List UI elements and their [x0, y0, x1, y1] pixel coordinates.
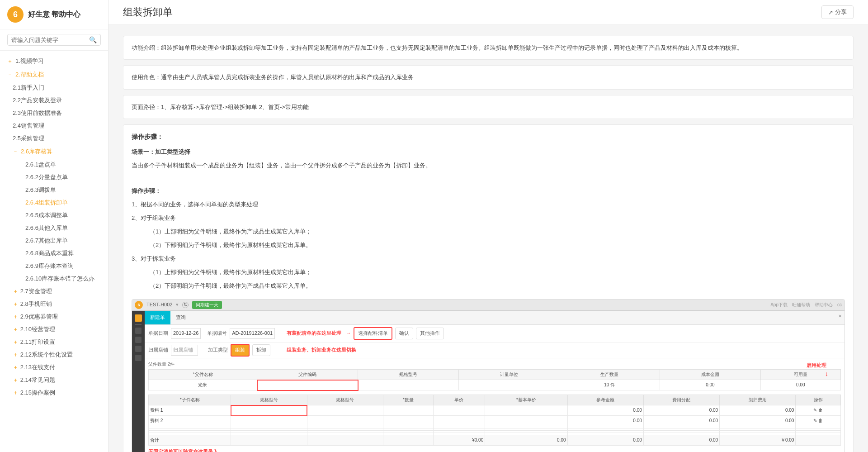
- nav-item-269[interactable]: 2.6.9库存账本查询: [25, 260, 108, 272]
- ss-store-label: 归属店铺: [148, 346, 168, 355]
- nav-item-23-label: 2.3使用前数据准备: [13, 109, 62, 116]
- role-block: 使用角色：通常由生产人员或库管人员完成拆装业务的操作，库管人员确认原材料的出库和…: [123, 65, 854, 89]
- ss-new-btn[interactable]: 同期建一天: [192, 301, 222, 309]
- nav-section-2-label: 2.帮助文档: [15, 71, 44, 79]
- ss-lower-table: *子件名称 规格型号 规格型号 *数量 单价 *基本单价 参考金额 费用分配 划: [148, 395, 841, 446]
- ss-form-wrapper: 单据日期 2019-12-26 单据编号 AD-20191226-001 有装配…: [145, 325, 844, 358]
- nav-item-2610[interactable]: 2.6.10库存账本错了怎么办: [25, 272, 108, 285]
- ss-close-icon[interactable]: ✕: [835, 311, 844, 324]
- nav-item-29[interactable]: ＋ 2.9优惠券管理: [13, 310, 108, 323]
- nav-section-26-label: 2.6库存核算: [21, 147, 52, 156]
- step1: 1、根据不同的业务，选择不同单据的类型来处理: [132, 199, 845, 210]
- nav-item-263[interactable]: 2.6.3调拨单: [25, 184, 108, 196]
- nav-item-211[interactable]: ＋ 2.11打印设置: [13, 336, 108, 348]
- ss-side-icon-1: [135, 314, 142, 322]
- nav-item-214[interactable]: ＋ 2.14常见问题: [13, 374, 108, 386]
- ss-dropdown-icon: ▾: [176, 300, 179, 309]
- ss-type-zhuangzhuang[interactable]: 组装: [231, 344, 250, 357]
- ss-tab-new[interactable]: 新建单: [145, 311, 170, 324]
- nav-item-21[interactable]: 2.1新手入门: [13, 81, 108, 94]
- share-icon: ↗: [828, 9, 833, 16]
- nav-item-262[interactable]: 2.6.2分量盘点单: [25, 171, 108, 184]
- ss-upper-table-wrap: 父件数量 2件 *父件名称 父件编码 规格型号 计量单位 生产数量: [145, 358, 844, 393]
- ss-td-child-qty-1: [383, 405, 433, 416]
- ss-helpcenter-icon: 帮助中心: [815, 301, 833, 309]
- screenshot: 6 TEST-H002 ▾ ↻ 同期建一天 App下载 旺铺帮助 帮助中心 cc: [132, 299, 845, 452]
- nav-item-24[interactable]: 2.4销售管理: [13, 119, 108, 132]
- ss-th-fee-alloc: 费用分配: [643, 395, 719, 405]
- path-block: 页面路径：1、库存核算->库存管理->组装拆卸单 2、首页->常用功能: [123, 95, 854, 119]
- page-title: 组装拆卸单: [123, 5, 173, 19]
- ss-form-row-2: 归属店铺 归属店铺 加工类型 组装 拆卸 组装业务、拆卸业务在这里切换: [145, 343, 844, 358]
- ss-type-chaixie[interactable]: 拆卸: [252, 344, 270, 356]
- ss-th-avail: 可用量: [760, 369, 840, 380]
- nav-item-25[interactable]: 2.5采购管理: [13, 132, 108, 145]
- ss-lower-row-1: 费料 1 0.00 0.00 0.00: [149, 405, 841, 416]
- nav-item-261[interactable]: 2.6.1盘点单: [25, 158, 108, 171]
- nav-item-265[interactable]: 2.6.5成本调整单: [25, 209, 108, 222]
- ss-lower-table-wrap: *子件名称 规格型号 规格型号 *数量 单价 *基本单价 参考金额 费用分配 划: [145, 393, 844, 452]
- content-area: 功能介绍：组装拆卸单用来处理企业组装或拆卸等加工业务，支持有固定装配清单的产品加…: [108, 25, 868, 452]
- search-box: 🔍: [7, 34, 101, 46]
- search-area: 🔍: [0, 29, 108, 51]
- nav-item-28[interactable]: ＋ 2.8手机旺铺: [13, 298, 108, 310]
- ss-confirm-btn[interactable]: 确认: [395, 328, 413, 339]
- nav-section-1[interactable]: ＋ 1.视频学习: [0, 54, 108, 68]
- ss-date-val: 2019-12-26: [171, 328, 201, 339]
- nav-item-210[interactable]: ＋ 2.10经营管理: [13, 323, 108, 336]
- scene-title: 场景一：加工类型选择: [132, 148, 190, 155]
- ss-td-costamt: 0.00: [660, 380, 761, 390]
- main-content: 组装拆卸单 ↗ 分享 功能介绍：组装拆卸单用来处理企业组装或拆卸等加工业务，支持…: [108, 0, 868, 452]
- search-input[interactable]: [11, 37, 89, 43]
- ss-td-code-highlighted: [257, 380, 358, 390]
- ss-body: 新建单 查询 ✕ 单据日期 2019-12-26 单据编号 AD-2019122…: [132, 311, 844, 452]
- ss-annotation-4: 无固定清单可以随意在这里录入: [148, 447, 841, 452]
- ss-td-child-name-1: 费料 1: [149, 405, 231, 416]
- minus-icon-26: －: [13, 148, 18, 156]
- ss-test-id: TEST-H002: [146, 300, 172, 309]
- ss-th-child-spec: 规格型号: [231, 395, 307, 405]
- ss-td-child-spec-1-highlighted: [231, 405, 307, 416]
- ss-side-icon-5: [135, 355, 142, 361]
- ss-side-div: [135, 324, 142, 325]
- ops-title: 操作步骤：: [132, 131, 845, 143]
- ss-th-ref-amt: 参考金额: [567, 395, 643, 405]
- nav-item-27[interactable]: ＋ 2.7资金管理: [13, 285, 108, 298]
- nav-section-26[interactable]: － 2.6库存核算: [13, 145, 108, 158]
- search-button[interactable]: 🔍: [89, 36, 97, 43]
- share-button[interactable]: ↗ 分享: [821, 5, 854, 19]
- plus-icon-27: ＋: [13, 288, 19, 295]
- ss-td-ref-2: 0.00: [567, 416, 643, 426]
- nav-subsub-26: 2.6.1盘点单 2.6.2分量盘点单 2.6.3调拨单 2.6.4组装拆卸单 …: [13, 158, 108, 285]
- step3-2: （2）下部明细为子件明细，最终作为产成品生成某它入库单。: [150, 280, 845, 292]
- nav-item-23[interactable]: 2.3使用前数据准备: [13, 107, 108, 119]
- intro-block: 功能介绍：组装拆卸单用来处理企业组装或拆卸等加工业务，支持有固定装配清单的产品加…: [123, 36, 854, 60]
- nav-item-264[interactable]: 2.6.4组装拆卸单: [25, 196, 108, 209]
- nav-item-213[interactable]: ＋ 2.13在线支付: [13, 361, 108, 374]
- nav-section-2[interactable]: － 2.帮助文档: [0, 68, 108, 81]
- nav-item-21-label: 2.1新手入门: [13, 84, 44, 91]
- ss-td-child-price-1: [433, 405, 485, 416]
- ss-code-label: 单据编号: [207, 329, 227, 338]
- ss-td-child-price-2: [433, 416, 485, 426]
- ss-td-prodqty: 10 件: [559, 380, 660, 390]
- nav-item-215[interactable]: ＋ 2.15操作案例: [13, 386, 108, 399]
- nav-item-266[interactable]: 2.6.6其他入库单: [25, 222, 108, 234]
- step2: 2、对于组装业务: [132, 212, 845, 224]
- ss-other-btn[interactable]: 其他操作: [416, 328, 444, 339]
- nav-item-212[interactable]: ＋ 2.12系统个性化设置: [13, 348, 108, 361]
- nav-item-268[interactable]: 2.6.8商品成本重算: [25, 247, 108, 260]
- ss-logo: 6: [135, 301, 143, 309]
- ss-td-fee-1: 0.00: [643, 405, 719, 416]
- ss-th-spec: 规格型号: [358, 369, 459, 380]
- ss-select-btn-highlighted[interactable]: 选择配料清单: [354, 327, 392, 340]
- nav-item-22[interactable]: 2.2产品安装及登录: [13, 94, 108, 107]
- nav-item-267[interactable]: 2.6.7其他出库单: [25, 234, 108, 247]
- ss-tab-query[interactable]: 查询: [170, 311, 191, 324]
- ss-side-icon-3: [135, 337, 142, 343]
- step2-2: （2）下部明细为子件明细，最终作为原材料生成某它出库单。: [150, 239, 845, 251]
- nav-item-25-label: 2.5采购管理: [13, 135, 44, 142]
- ss-code-val: AD-20191226-001: [230, 328, 275, 339]
- ss-type-label: 加工类型: [208, 346, 228, 355]
- top-bar: 组装拆卸单 ↗ 分享: [108, 0, 868, 25]
